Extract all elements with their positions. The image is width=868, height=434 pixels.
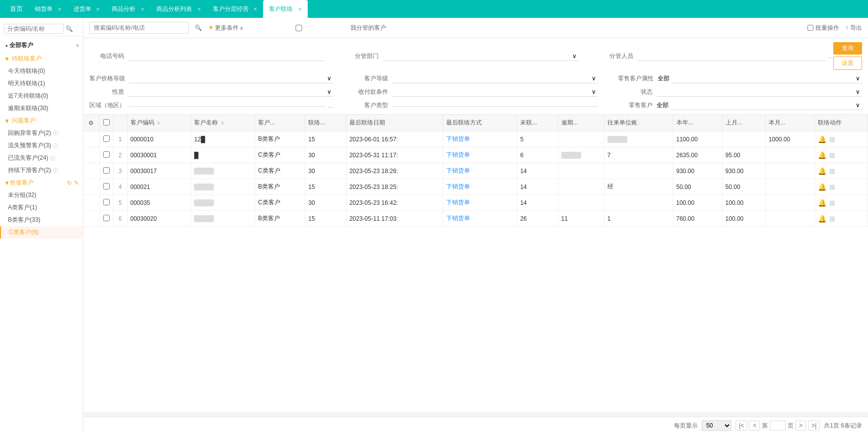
filter-nature-select[interactable]: ∨ <box>128 87 334 97</box>
nav-item-sales[interactable]: 销货单 ✕ <box>29 0 67 18</box>
bell-icon[interactable]: 🔔 <box>818 199 826 207</box>
filter-retail-select[interactable]: ∨ <box>670 101 862 110</box>
nav-close-contact[interactable]: ✕ <box>298 6 302 12</box>
td-last-contact-method[interactable]: 下销货单 <box>443 131 517 147</box>
filter-retail-attr-select[interactable]: ∨ <box>671 74 862 83</box>
edit-icon[interactable]: ✎ <box>74 180 79 186</box>
td-check[interactable] <box>99 163 113 179</box>
contact-method-link[interactable]: 下销货单 <box>446 151 470 158</box>
nav-item-analysis[interactable]: 商品分析 ✕ <box>106 0 150 18</box>
td-last-contact-method[interactable]: 下销货单 <box>443 147 517 163</box>
query-button[interactable]: 查询 <box>833 42 862 55</box>
th-last-contact-date[interactable]: 最后联络日期 <box>346 115 443 131</box>
next-page-btn[interactable]: > <box>796 421 806 431</box>
page-number-input[interactable]: 1 <box>770 421 786 431</box>
region-more-btn[interactable]: … <box>328 102 334 109</box>
grid-icon[interactable]: ⊞ <box>829 183 835 191</box>
filter-phone-input[interactable] <box>128 52 324 61</box>
nav-close-purchase[interactable]: ✕ <box>96 6 100 12</box>
nav-item-analysis-list[interactable]: 商品分析列表 ✕ <box>150 0 207 18</box>
search-input[interactable] <box>89 22 189 34</box>
my-customers-checkbox-label[interactable]: 我分管的客户 <box>249 24 386 32</box>
sidebar-item-unclassified[interactable]: 未分组(32) <box>0 189 83 201</box>
th-gear[interactable]: ⚙ <box>83 115 99 131</box>
th-name[interactable]: 客户名称 ⇅ <box>191 115 255 131</box>
td-check[interactable] <box>99 147 113 163</box>
sidebar-all-customers[interactable]: ▪ 全部客户 « <box>0 38 83 53</box>
export-btn[interactable]: ↑ 导出 <box>845 24 862 32</box>
row-checkbox[interactable] <box>103 151 110 158</box>
row-checkbox[interactable] <box>103 167 110 174</box>
grid-icon[interactable]: ⊞ <box>829 135 835 143</box>
filter-more-btn[interactable]: ▼ 更多条件 ∧ <box>208 24 243 32</box>
sidebar-item-churned[interactable]: 已流失客户(24) ⓘ <box>0 152 83 164</box>
sidebar-item-overdue[interactable]: 逾期未联络(30) <box>0 102 83 115</box>
my-customers-checkbox[interactable] <box>249 25 348 31</box>
sidebar-pending-group[interactable]: ▼ 待联络客户 <box>0 53 83 65</box>
bell-icon[interactable]: 🔔 <box>818 135 826 143</box>
td-check[interactable] <box>99 131 113 147</box>
row-checkbox[interactable] <box>103 199 110 205</box>
th-check[interactable] <box>99 115 113 131</box>
sidebar-search-icon[interactable]: 🔍 <box>66 25 73 32</box>
grid-icon[interactable]: ⊞ <box>829 167 835 175</box>
batch-op-btn[interactable]: 批量操作 <box>807 24 839 32</box>
grid-icon[interactable]: ⊞ <box>829 199 835 207</box>
td-check[interactable] <box>99 179 113 195</box>
settings-button[interactable]: 设置 <box>833 57 862 70</box>
search-button[interactable]: 🔍 <box>195 24 202 31</box>
filter-region-select[interactable] <box>129 104 326 107</box>
batch-op-checkbox[interactable] <box>807 25 813 31</box>
td-check[interactable] <box>99 195 113 211</box>
last-page-btn[interactable]: >| <box>808 421 820 431</box>
first-page-btn[interactable]: |< <box>735 421 747 431</box>
row-checkbox[interactable] <box>103 215 110 221</box>
sidebar-item-tomorrow[interactable]: 明天待联络(1) <box>0 77 83 90</box>
nav-close-segment[interactable]: ✕ <box>253 6 257 12</box>
row-checkbox[interactable] <box>103 183 110 189</box>
sidebar-item-today[interactable]: 今天待联络(0) <box>0 65 83 77</box>
filter-manager-input[interactable] <box>637 52 825 61</box>
sidebar-collapse-icon[interactable]: « <box>76 43 79 48</box>
horizontal-scrollbar[interactable] <box>83 413 868 417</box>
sidebar-problem-group[interactable]: ▼ 问题客户 <box>0 115 83 127</box>
bell-icon[interactable]: 🔔 <box>818 215 826 223</box>
sidebar-item-abnormal[interactable]: 回购异常客户(2) ⓘ <box>0 127 83 139</box>
filter-dept-select[interactable]: ∨ <box>383 52 579 61</box>
nav-close-analysis-list[interactable]: ✕ <box>197 6 201 12</box>
filter-price-level-select[interactable]: ∨ <box>129 74 334 83</box>
sidebar-item-churn-warning[interactable]: 流失预警客户(3) ⓘ <box>0 139 83 152</box>
contact-method-link[interactable]: 下销货单 <box>446 135 470 142</box>
bell-icon[interactable]: 🔔 <box>818 151 826 159</box>
contact-method-link[interactable]: 下销货单 <box>446 183 470 190</box>
sidebar-item-7days[interactable]: 近7天待联络(0) <box>0 90 83 102</box>
td-last-contact-method[interactable]: 下销货单 <box>443 179 517 195</box>
td-last-contact-method[interactable]: 下销货单 <box>443 195 517 211</box>
filter-status-select[interactable]: ∨ <box>657 87 862 97</box>
th-last-contact-method[interactable]: 最后联络方式 <box>443 115 517 131</box>
bell-icon[interactable]: 🔔 <box>818 183 826 191</box>
th-this-month[interactable]: 本月... <box>765 115 814 131</box>
th-overdue[interactable]: 逾期... <box>558 115 604 131</box>
prev-page-btn[interactable]: < <box>749 421 760 431</box>
contact-method-link[interactable]: 下销货单 <box>446 167 470 174</box>
nav-item-purchase[interactable]: 进货单 ✕ <box>67 0 106 18</box>
th-code[interactable]: 客户编码 ⇅ <box>127 115 191 131</box>
grid-icon[interactable]: ⊞ <box>829 151 835 159</box>
filter-type-select[interactable] <box>392 104 598 107</box>
th-last-month[interactable]: 上月... <box>722 115 765 131</box>
refresh-icon[interactable]: ↻ <box>67 180 72 186</box>
filter-level-select[interactable]: ∨ <box>392 74 598 83</box>
contact-method-link[interactable]: 下销货单 <box>446 199 470 206</box>
td-last-contact-method[interactable]: 下销货单 <box>443 163 517 179</box>
nav-close-analysis[interactable]: ✕ <box>140 6 144 12</box>
contact-method-link[interactable]: 下销货单 <box>446 215 470 222</box>
sidebar-item-class-a[interactable]: A类客户(1) <box>0 201 83 214</box>
th-unit-balance[interactable]: 往来单位账↓ <box>604 115 673 131</box>
bell-icon[interactable]: 🔔 <box>818 167 826 175</box>
filter-payment-select[interactable]: ∨ <box>392 87 598 97</box>
manager-more-btn[interactable]: … <box>827 53 833 60</box>
nav-close-sales[interactable]: ✕ <box>58 6 62 12</box>
sidebar-item-class-b[interactable]: B类客户(33) <box>0 214 83 226</box>
grid-icon[interactable]: ⊞ <box>829 215 835 223</box>
